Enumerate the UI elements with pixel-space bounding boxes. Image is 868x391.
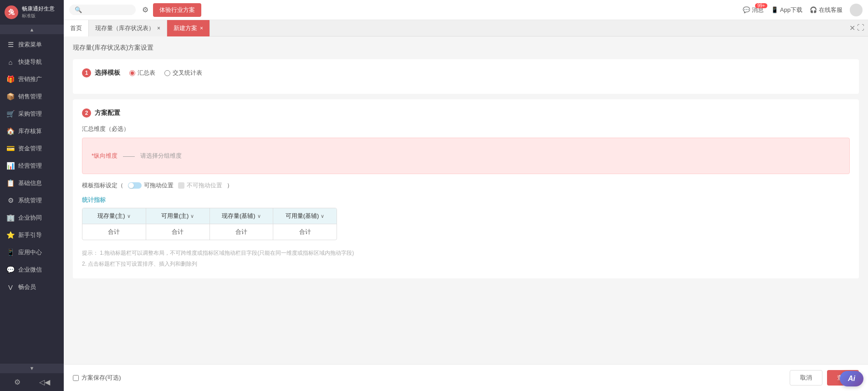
tab-new-plan-label: 新建方案 bbox=[174, 24, 197, 32]
logo-icon: 兔 bbox=[5, 5, 18, 19]
window-close-icon[interactable]: ✕ bbox=[849, 24, 855, 32]
drag-toggle[interactable]: 可拖动位置 bbox=[128, 181, 174, 190]
sidebar-item-marketing[interactable]: 🎁 营销推广 bbox=[0, 71, 64, 88]
sidebar-item-quick-nav[interactable]: ⌂ 快捷导航 bbox=[0, 53, 64, 71]
step2-label: 方案配置 bbox=[95, 109, 120, 117]
sidebar-item-label: 基础信息 bbox=[18, 179, 42, 187]
no-drag-text: 不可拖动位置 bbox=[187, 181, 222, 190]
sidebar-item-enterprise-wx[interactable]: 💬 企业微信 bbox=[0, 261, 64, 278]
step2-num: 2 bbox=[82, 108, 91, 118]
chevron-down-icon-3[interactable]: ∨ bbox=[321, 213, 324, 219]
online-service-label: 在线客服 bbox=[819, 6, 842, 14]
page-title: 现存量(库存状况表)方案设置 bbox=[73, 44, 859, 52]
online-service-btn[interactable]: 🎧 在线客服 bbox=[810, 6, 842, 14]
sidebar-item-sales[interactable]: 📦 销售管理 bbox=[0, 88, 64, 105]
search-icon: ☰ bbox=[6, 41, 15, 49]
search-box[interactable]: 🔍 bbox=[69, 5, 136, 15]
indicator-setting-end: ） bbox=[227, 181, 233, 190]
radio-summary[interactable]: 汇总表 bbox=[129, 69, 155, 77]
dimension-box[interactable]: *纵向维度 —— 请选择分组维度 bbox=[82, 138, 850, 174]
topbar-gear-icon[interactable]: ⚙ bbox=[142, 5, 148, 14]
dimension-dash: —— bbox=[123, 153, 135, 159]
service-icon: 🎧 bbox=[810, 6, 817, 13]
home-icon: ⌂ bbox=[6, 58, 15, 66]
sidebar-item-label: 营销推广 bbox=[18, 75, 42, 83]
sidebar-item-search[interactable]: ☰ 搜索菜单 bbox=[0, 36, 64, 53]
logo-text: 畅康通好生意 bbox=[22, 5, 55, 13]
chat-icon: 💬 bbox=[6, 266, 15, 274]
sidebar-scroll-up[interactable]: ▲ bbox=[0, 25, 64, 34]
radio-summary-input[interactable] bbox=[129, 70, 135, 76]
sidebar-item-label: 系统管理 bbox=[18, 196, 42, 205]
avatar[interactable] bbox=[850, 4, 863, 16]
stats-col-2-label: 现存量(基辅) bbox=[222, 212, 255, 220]
tab-inventory-status[interactable]: 现存量（库存状况表） × bbox=[89, 20, 167, 36]
no-drag-box bbox=[178, 182, 184, 189]
tips-title: 提示： 1.拖动标题栏可以调整布局，不可跨维度或指标区域拖动栏目字段(只能在同一… bbox=[82, 247, 850, 258]
stats-col-3-label: 可用量(基辅) bbox=[286, 212, 319, 220]
tab-home[interactable]: 首页 bbox=[64, 20, 89, 36]
stats-col-3[interactable]: 可用量(基辅) ∨ bbox=[273, 208, 337, 224]
radio-cross[interactable]: 交叉统计表 bbox=[164, 69, 202, 77]
tip-item-1: 2. 点击标题栏下拉可设置排序、插入列和删除列 bbox=[82, 258, 850, 269]
bottom-bar: 方案保存(可选) 取消 查询 bbox=[64, 364, 868, 391]
sidebar-item-label: 经营管理 bbox=[18, 162, 42, 170]
save-checkbox[interactable] bbox=[73, 375, 79, 381]
save-check[interactable]: 方案保存(可选) bbox=[73, 374, 121, 382]
clipboard-icon: 📋 bbox=[6, 179, 15, 187]
phone-icon: 📱 bbox=[6, 248, 15, 257]
tips-label: 提示： bbox=[82, 250, 98, 256]
chevron-down-icon-0[interactable]: ∨ bbox=[127, 213, 131, 219]
tab-inventory-close-icon[interactable]: × bbox=[157, 25, 160, 31]
step2-header: 2 方案配置 bbox=[82, 108, 850, 118]
sidebar-item-purchase[interactable]: 🛒 采购管理 bbox=[0, 105, 64, 123]
step1-header: 1 选择模板 汇总表 交叉统计表 bbox=[82, 68, 850, 77]
sidebar-footer: ⚙ ◁◀ bbox=[0, 373, 64, 391]
gear-icon: ⚙ bbox=[6, 196, 15, 205]
radio-cross-input[interactable] bbox=[164, 70, 170, 76]
settings-footer-btn[interactable]: ⚙ bbox=[14, 378, 20, 386]
tab-new-plan[interactable]: 新建方案 × bbox=[167, 20, 210, 36]
chart-icon: 📊 bbox=[6, 162, 15, 170]
sidebar-item-system[interactable]: ⚙ 系统管理 bbox=[0, 192, 64, 209]
drag-toggle-circle bbox=[128, 183, 134, 188]
main-area: 🔍 ⚙ 体验行业方案 💬 消息 99+ 📱 App下载 🎧 在线客服 首页 bbox=[64, 0, 868, 391]
stats-col-0[interactable]: 现存量(主) ∨ bbox=[82, 208, 146, 224]
sidebar-nav: ☰ 搜索菜单 ⌂ 快捷导航 🎁 营销推广 📦 销售管理 🛒 采购管理 🏠 库存核… bbox=[0, 34, 64, 364]
summary-dim-label: 汇总维度（必选） bbox=[82, 125, 850, 133]
chevron-down-icon-2[interactable]: ∨ bbox=[257, 213, 261, 219]
sidebar-item-label: 资金管理 bbox=[18, 144, 42, 153]
trial-button[interactable]: 体验行业方案 bbox=[153, 3, 201, 17]
save-label: 方案保存(可选) bbox=[82, 374, 121, 382]
gift-icon: 🎁 bbox=[6, 75, 15, 83]
sidebar-item-app-center[interactable]: 📱 应用中心 bbox=[0, 244, 64, 261]
sidebar-scroll-down[interactable]: ▼ bbox=[0, 364, 64, 373]
stats-cell-0: 合计 bbox=[82, 224, 146, 240]
sidebar-item-label: 应用中心 bbox=[18, 248, 42, 257]
cancel-button[interactable]: 取消 bbox=[790, 370, 822, 386]
sidebar-item-enterprise[interactable]: 🏢 企业协同 bbox=[0, 209, 64, 226]
search-input[interactable] bbox=[85, 7, 130, 13]
ai-floating-button[interactable]: Ai bbox=[840, 371, 863, 386]
tab-new-plan-close-icon[interactable]: × bbox=[200, 25, 203, 31]
stats-table: 现存量(主) ∨ 可用量(主) ∨ 现存量(基辅) ∨ 可用量(基辅) ∨ bbox=[82, 208, 337, 240]
sidebar-item-finance[interactable]: 💳 资金管理 bbox=[0, 140, 64, 157]
app-download-btn[interactable]: 📱 App下载 bbox=[771, 6, 802, 14]
house-icon: 🏠 bbox=[6, 127, 15, 135]
step1-num: 1 bbox=[82, 68, 91, 77]
sidebar-item-inventory[interactable]: 🏠 库存核算 bbox=[0, 123, 64, 140]
chevron-down-icon-1[interactable]: ∨ bbox=[190, 213, 194, 219]
radio-summary-label: 汇总表 bbox=[138, 69, 155, 77]
sidebar-item-basic-info[interactable]: 📋 基础信息 bbox=[0, 175, 64, 192]
window-expand-icon[interactable]: ⛶ bbox=[857, 24, 864, 32]
stats-col-1[interactable]: 可用量(主) ∨ bbox=[146, 208, 210, 224]
dimension-required: *纵向维度 bbox=[92, 152, 117, 160]
sidebar-item-member[interactable]: V 畅会员 bbox=[0, 278, 64, 296]
sidebar-item-label: 销售管理 bbox=[18, 93, 42, 101]
volume-footer-btn[interactable]: ◁◀ bbox=[39, 378, 50, 386]
stats-col-2[interactable]: 现存量(基辅) ∨ bbox=[210, 208, 274, 224]
message-badge[interactable]: 💬 消息 99+ bbox=[743, 6, 764, 14]
star-icon: ⭐ bbox=[6, 231, 15, 239]
sidebar-item-new-guide[interactable]: ⭐ 新手引导 bbox=[0, 226, 64, 244]
sidebar-item-operations[interactable]: 📊 经营管理 bbox=[0, 157, 64, 175]
